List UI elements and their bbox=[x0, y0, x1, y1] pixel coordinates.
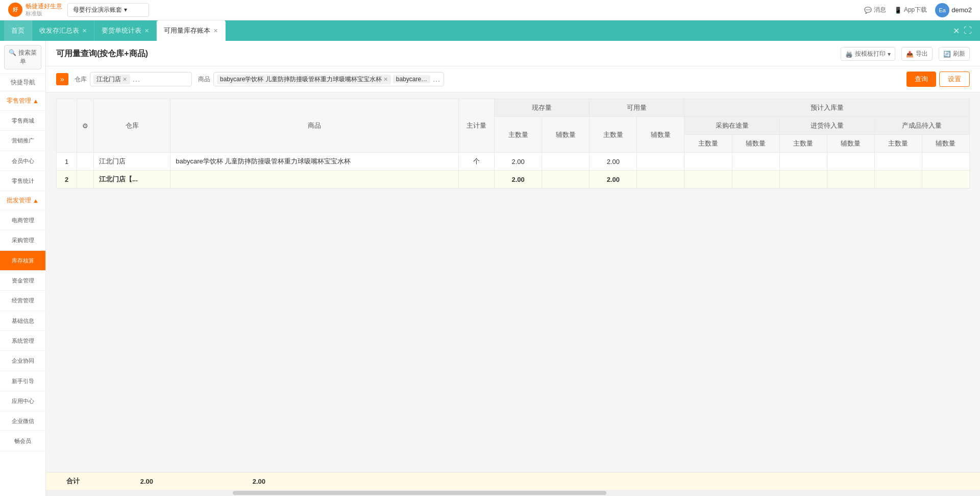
td-current-main-2: 2.00 bbox=[495, 171, 542, 188]
sidebar-item-retail-mgmt[interactable]: 零售管理 ▲ bbox=[0, 91, 45, 111]
print-template-btn[interactable]: 🖨️ 按模板打印 ▾ bbox=[841, 47, 895, 61]
avatar: Ea bbox=[935, 3, 949, 17]
sidebar-item-system[interactable]: 系统管理 bbox=[0, 331, 45, 351]
sidebar-item-business[interactable]: 经营管理 bbox=[0, 291, 45, 311]
sidebar-item-purchase[interactable]: 采购管理 bbox=[0, 230, 45, 250]
page-header: 可用量查询(按仓库+商品) 🖨️ 按模板打印 ▾ 📤 导出 🔄 刷新 bbox=[46, 41, 980, 66]
top-bar-left: 好 畅捷通好生意 标准版 母婴行业演示账套 ▾ bbox=[8, 3, 149, 17]
receive-summary-label: 收发存汇总表 bbox=[39, 26, 79, 35]
td-settings-2[interactable] bbox=[77, 171, 94, 188]
logo-text-area: 畅捷通好生意 标准版 bbox=[26, 3, 62, 17]
page-header-actions: 🖨️ 按模板打印 ▾ 📤 导出 🔄 刷新 bbox=[841, 47, 970, 66]
close-order-stats-icon[interactable]: ✕ bbox=[144, 28, 149, 34]
td-settings-1[interactable] bbox=[77, 153, 94, 171]
footer-total: 合计 2.00 2.00 bbox=[46, 472, 980, 490]
sidebar-item-retail-stats[interactable]: 零售统计 bbox=[0, 171, 45, 191]
td-pt-aux-1 bbox=[732, 153, 779, 171]
user-area[interactable]: Ea demo2 bbox=[935, 3, 972, 17]
sidebar-item-retail-mall[interactable]: 零售商城 bbox=[0, 111, 45, 131]
marketing-label: 营销推广 bbox=[12, 137, 34, 144]
td-ip-aux-1 bbox=[827, 153, 874, 171]
close-available-ledger-icon[interactable]: ✕ bbox=[213, 28, 218, 34]
footer-current-aux bbox=[161, 478, 212, 485]
tab-order-stats[interactable]: 要货单统计表 ✕ bbox=[94, 20, 157, 41]
message-btn[interactable]: 💬 消息 bbox=[864, 6, 886, 14]
th-settings[interactable]: ⚙ bbox=[77, 99, 94, 153]
td-unit-1: 个 bbox=[459, 153, 495, 171]
wholesale-mgmt-label: 批发管理 bbox=[7, 196, 31, 205]
chevron-down-icon: ▾ bbox=[124, 6, 127, 13]
th-current-main-qty: 主数量 bbox=[495, 117, 542, 153]
close-receive-summary-icon[interactable]: ✕ bbox=[82, 28, 87, 34]
sidebar-item-ecommerce[interactable]: 电商管理 bbox=[0, 210, 45, 230]
export-icon: 📤 bbox=[906, 51, 914, 58]
tab-available-ledger[interactable]: 可用量库存账本 ✕ bbox=[157, 20, 226, 41]
sidebar-item-app-center[interactable]: 应用中心 bbox=[0, 391, 45, 411]
product-tag-input[interactable]: babycare学饮杯 儿童防摔防撞吸管杯重力球吸嘴杯宝宝水杯 ✕ babyca… bbox=[213, 72, 444, 86]
th-available: 可用量 bbox=[590, 99, 684, 117]
product-tag-text-0: babycare学饮杯 儿童防摔防撞吸管杯重力球吸嘴杯宝宝水杯 bbox=[220, 75, 382, 84]
th-warehouse: 仓库 bbox=[94, 99, 170, 153]
th-planned-inbound: 预计入库量 bbox=[684, 99, 970, 117]
sidebar-item-marketing[interactable]: 营销推广 bbox=[0, 131, 45, 151]
sidebar-item-finance[interactable]: 资金管理 bbox=[0, 271, 45, 291]
export-btn[interactable]: 📤 导出 bbox=[901, 47, 933, 61]
sidebar-item-wholesale-mgmt[interactable]: 批发管理 ▲ bbox=[0, 191, 45, 210]
top-bar-right: 💬 消息 📱 App下载 Ea demo2 bbox=[864, 3, 972, 17]
sidebar-item-basic-info[interactable]: 基础信息 bbox=[0, 311, 45, 331]
refresh-label: 刷新 bbox=[953, 50, 965, 58]
footer-available-main: 2.00 bbox=[212, 478, 274, 485]
remove-product-tag-0-icon[interactable]: ✕ bbox=[383, 76, 388, 83]
bottom-scrollbar[interactable] bbox=[46, 490, 980, 496]
print-label: 按模板打印 bbox=[855, 50, 886, 58]
product-tag-text-1: babycare… bbox=[396, 76, 427, 83]
td-product-2 bbox=[170, 171, 459, 188]
tab-receive-summary[interactable]: 收发存汇总表 ✕ bbox=[32, 20, 94, 41]
sidebar: 🔍 搜索菜单 快捷导航 零售管理 ▲ 零售商城 营销推广 会员中心 零售统计 bbox=[0, 41, 46, 496]
tab-home[interactable]: 首页 bbox=[4, 20, 32, 41]
warehouse-tag-input[interactable]: 江北门店 ✕ … bbox=[90, 72, 192, 86]
td-warehouse-2: 江北门店【... bbox=[94, 171, 170, 188]
product-filter-label: 商品 bbox=[198, 75, 210, 84]
td-pt-main-1 bbox=[684, 153, 732, 171]
footer-label: 合计 bbox=[56, 477, 80, 486]
more-warehouse-icon[interactable]: … bbox=[132, 75, 140, 84]
table-container[interactable]: ⚙ 仓库 商品 主计量 现存量 可用量 预计入库量 主数量 辅数量 主数量 辅数… bbox=[46, 92, 980, 472]
query-btn[interactable]: 查询 bbox=[906, 72, 936, 87]
th-available-aux-qty: 辅数量 bbox=[637, 117, 684, 153]
refresh-btn[interactable]: 🔄 刷新 bbox=[939, 47, 970, 61]
settings-btn[interactable]: 设置 bbox=[939, 72, 970, 87]
scroll-thumb[interactable] bbox=[233, 491, 606, 495]
sidebar-item-new-guide[interactable]: 新手引导 bbox=[0, 371, 45, 391]
search-menu-btn[interactable]: 🔍 搜索菜单 bbox=[4, 45, 41, 69]
remove-warehouse-tag-icon[interactable]: ✕ bbox=[122, 76, 127, 83]
td-seq-1: 1 bbox=[57, 153, 77, 171]
content-area: 可用量查询(按仓库+商品) 🖨️ 按模板打印 ▾ 📤 导出 🔄 刷新 » bbox=[46, 41, 980, 496]
app-download-btn[interactable]: 📱 App下载 bbox=[894, 6, 927, 14]
sidebar-item-member-center[interactable]: 会员中心 bbox=[0, 151, 45, 171]
td-available-main-2: 2.00 bbox=[590, 171, 637, 188]
industry-selector[interactable]: 母婴行业演示账套 ▾ bbox=[67, 3, 149, 17]
maximize-btn[interactable]: ⛶ bbox=[964, 26, 972, 35]
filter-bar: » 仓库 江北门店 ✕ … 商品 babycare学饮杯 儿童防摔防撞吸管杯重力… bbox=[46, 66, 980, 92]
filter-actions: 查询 设置 bbox=[906, 72, 970, 87]
sidebar-item-enterprise-wechat[interactable]: 企业微信 bbox=[0, 411, 45, 431]
sidebar-item-inventory-check[interactable]: 库存核算 bbox=[0, 251, 45, 271]
print-icon: 🖨️ bbox=[845, 51, 853, 58]
search-menu-label: 搜索菜单 bbox=[18, 49, 37, 65]
app-download-label: App下载 bbox=[904, 6, 927, 14]
td-pp-main-1 bbox=[874, 153, 922, 171]
th-main-unit: 主计量 bbox=[459, 99, 495, 153]
td-current-aux-1 bbox=[542, 153, 590, 171]
td-warehouse-1: 江北门店 bbox=[94, 153, 170, 171]
quick-nav-btn[interactable]: 快捷导航 bbox=[0, 74, 45, 91]
sidebar-item-vip[interactable]: 畅会员 bbox=[0, 431, 45, 451]
more-product-icon[interactable]: … bbox=[432, 75, 440, 84]
sidebar-item-enterprise-collab[interactable]: 企业协同 bbox=[0, 351, 45, 371]
td-pp-aux-1 bbox=[922, 153, 969, 171]
td-unit-2 bbox=[459, 171, 495, 188]
close-tab-btn[interactable]: ✕ bbox=[953, 26, 960, 36]
td-available-aux-2 bbox=[637, 171, 684, 188]
filter-expand-btn[interactable]: » bbox=[56, 73, 68, 85]
tabs-spacer bbox=[226, 20, 949, 41]
